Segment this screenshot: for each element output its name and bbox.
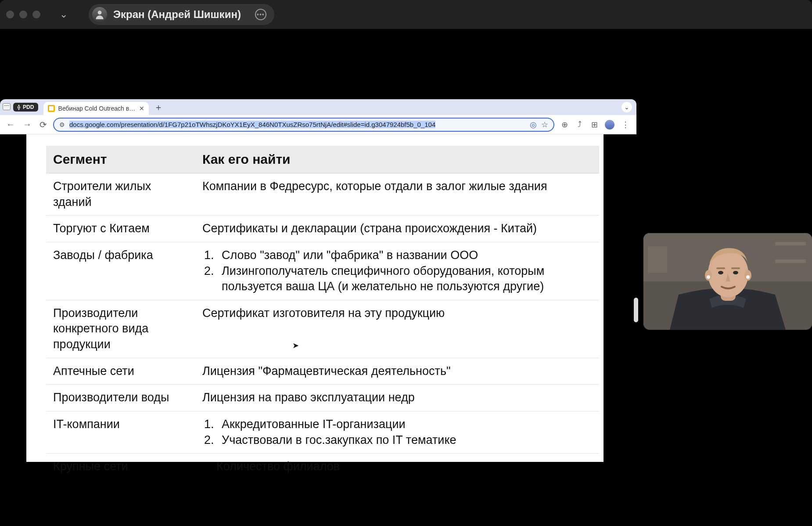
col-how-header: Как его найти (195, 146, 599, 173)
screen-share-label: Экран (Андрей Шишкин) (113, 8, 241, 21)
close-tab-icon[interactable]: ✕ (139, 105, 144, 112)
table-row: Аптечные сети Лицензия "Фармацевтическая… (46, 358, 599, 385)
segments-table: Сегмент Как его найти Строители жилых зд… (46, 146, 599, 480)
browser-viewport: Сегмент Как его найти Строители жилых зд… (0, 134, 636, 464)
list-item: Аккредитованные IT-организации (217, 417, 592, 432)
profile-avatar[interactable] (605, 120, 614, 130)
more-icon[interactable]: ••• (255, 9, 266, 20)
svg-rect-4 (775, 259, 806, 263)
list-item: Лизингополучатель специфичного оборудова… (217, 263, 592, 295)
list-item: Слово "завод" или "фабрика" в названии О… (217, 248, 592, 263)
minimize-window-button[interactable] (19, 11, 27, 18)
table-row: Торгуют с Китаем Сертификаты и деклараци… (46, 216, 599, 242)
stage: ⟠ PDD Вебинар Cold Outreach в РФ ✕ ＋ ⌄ ←… (0, 29, 812, 526)
slide-canvas: Сегмент Как его найти Строители жилых зд… (26, 134, 604, 462)
list-item: Участвовали в гос.закупках по IT тематик… (217, 432, 592, 448)
tab-active-slides[interactable]: Вебинар Cold Outreach в РФ ✕ (43, 102, 149, 115)
svg-point-15 (733, 271, 738, 274)
table-row: Крупные сети Количество филиалов (46, 454, 599, 480)
svg-rect-3 (775, 242, 806, 245)
tabstrip-collapse-icon[interactable]: ⌄ (622, 102, 632, 112)
tab-overview-icon[interactable] (3, 103, 11, 110)
col-segment-header: Сегмент (46, 146, 195, 173)
extensions-icon[interactable]: ⊞ (589, 120, 600, 130)
url-text: docs.google.com/presentation/d/1FG7p21oT… (69, 121, 525, 128)
code-icon: ⟠ (18, 104, 20, 110)
window-controls (6, 11, 40, 18)
svg-rect-12 (716, 267, 725, 269)
lens-icon[interactable]: ◎ (530, 120, 537, 130)
omnibox[interactable]: ⚙ docs.google.com/presentation/d/1FG7p21… (53, 118, 554, 132)
kebab-menu-icon[interactable]: ⋮ (619, 120, 632, 130)
side-panel-handle[interactable] (634, 298, 638, 322)
reload-button[interactable]: ⟳ (38, 119, 49, 130)
table-row: Строители жилых зданий Компании в Федрес… (46, 173, 599, 216)
avatar (92, 7, 107, 22)
new-tab-button[interactable]: ＋ (152, 101, 165, 113)
tab-title: Вебинар Cold Outreach в РФ (58, 105, 136, 112)
app-header: ⌄ Экран (Андрей Шишкин) ••• (0, 0, 812, 29)
svg-rect-5 (648, 246, 667, 273)
table-row: Производители воды Лицензия на право экс… (46, 385, 599, 411)
address-bar: ← → ⟳ ⚙ docs.google.com/presentation/d/1… (0, 115, 636, 134)
shared-browser-window: ⟠ PDD Вебинар Cold Outreach в РФ ✕ ＋ ⌄ ←… (0, 99, 636, 464)
zoom-window-button[interactable] (32, 11, 40, 18)
slides-favicon-icon (48, 105, 54, 112)
table-row: Производители конкретного вида продукции… (46, 300, 599, 358)
svg-rect-13 (731, 267, 740, 269)
site-settings-icon[interactable]: ⚙ (59, 121, 65, 128)
table-row: Заводы / фабрика Слово "завод" или "фабр… (46, 242, 599, 300)
close-window-button[interactable] (6, 11, 14, 18)
table-row: IT-компании Аккредитованные IT-организац… (46, 411, 599, 453)
svg-point-14 (718, 271, 723, 274)
browser-tabstrip: ⟠ PDD Вебинар Cold Outreach в РФ ✕ ＋ ⌄ (0, 99, 636, 115)
bookmark-icon[interactable]: ☆ (541, 120, 548, 130)
svg-point-11 (746, 275, 750, 279)
share-icon[interactable]: ⤴ (575, 120, 584, 129)
chevron-down-icon[interactable]: ⌄ (60, 9, 68, 20)
globe-icon[interactable]: ⊕ (559, 120, 571, 130)
forward-button[interactable]: → (21, 119, 33, 130)
svg-point-10 (707, 275, 710, 279)
back-button[interactable]: ← (4, 119, 17, 130)
screen-share-chip[interactable]: Экран (Андрей Шишкин) ••• (89, 4, 274, 25)
tab-pdd[interactable]: ⟠ PDD (13, 103, 38, 112)
svg-point-0 (98, 11, 102, 14)
webcam-tile[interactable] (643, 233, 812, 330)
